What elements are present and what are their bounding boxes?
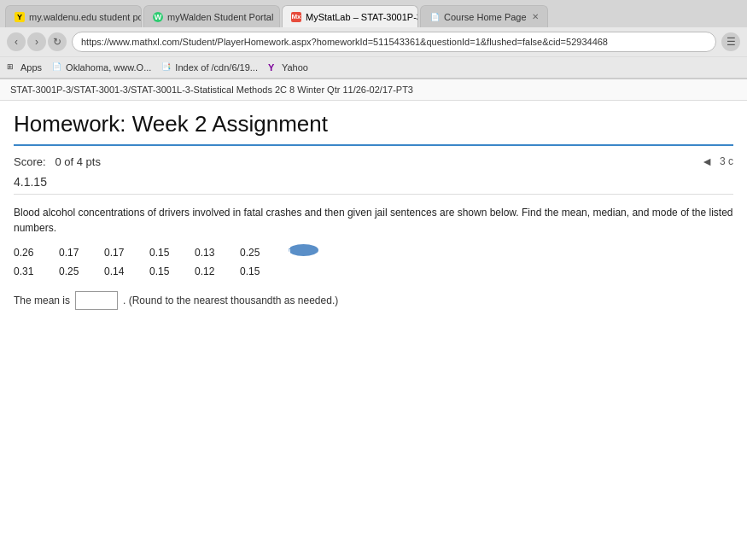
bookmark-cdn[interactable]: 📑 Index of /cdn/6/19... [161,62,258,73]
main-content: Homework: Week 2 Assignment Score: 0 of … [0,101,747,320]
tab-2-label: myWalden Student Portal [167,12,273,22]
list-icon: 📑 [161,62,172,73]
val-1-4: 0.15 [149,244,179,263]
doc-icon-1: 📄 [52,62,62,73]
tab-bar: Y my.waldenu.edu student porta ✕ W myWal… [0,0,747,27]
bookmark-oklahoma[interactable]: 📄 Oklahoma, www.O... [52,62,151,73]
refresh-button[interactable]: ↻ [48,32,67,51]
score-value: 0 of 4 pts [55,155,100,168]
tab-3-label: MyStatLab – STAT-3001P-3/S [306,12,418,22]
answer-row: The mean is . (Round to the nearest thou… [14,291,733,310]
data-table: 0.26 0.17 0.17 0.15 0.13 0.25 i 0.31 0.2… [14,244,733,281]
mean-answer-input[interactable] [75,291,118,310]
val-1-1: 0.26 [14,244,44,263]
bookmark-yahoo-label: Yahoo [282,62,308,73]
back-button[interactable]: ‹ [7,32,26,51]
breadcrumb-text: STAT-3001P-3/STAT-3001-3/STAT-3001L-3-St… [10,85,413,95]
answer-suffix: . (Round to the nearest thousandth as ne… [123,295,338,306]
score-label: Score: [14,155,46,168]
apps-icon: ⊞ [7,62,17,73]
browser-chrome: Y my.waldenu.edu student porta ✕ W myWal… [0,0,747,79]
info-icon[interactable]: i [289,244,318,256]
score-row: Score: 0 of 4 pts ◄ 3 c [14,155,733,168]
menu-button[interactable]: ☰ [721,32,740,51]
bookmark-oklahoma-label: Oklahoma, www.O... [66,62,151,73]
homework-title: Homework: Week 2 Assignment [14,111,733,146]
breadcrumb: STAT-3001P-3/STAT-3001-3/STAT-3001L-3-St… [0,79,747,101]
val-2-4: 0.15 [149,263,179,282]
data-row-2: 0.31 0.25 0.14 0.15 0.12 0.15 [14,263,733,282]
tab-4-close[interactable]: ✕ [532,12,539,21]
score-label-text: Score: 0 of 4 pts [14,155,101,168]
tab-4-label: Course Home Page [444,12,527,22]
page-content: STAT-3001P-3/STAT-3001-3/STAT-3001L-3-St… [0,79,747,560]
tab-1-favicon: Y [15,12,25,22]
tab-3-favicon: Mx [291,12,301,22]
val-2-5: 0.12 [195,263,225,282]
address-bar-row: ‹ › ↻ ☰ [0,27,747,56]
answer-prompt: The mean is [14,295,70,306]
bookmark-apps[interactable]: ⊞ Apps [7,62,42,73]
tab-3[interactable]: Mx MyStatLab – STAT-3001P-3/S ✕ [282,5,418,27]
tab-2-favicon: W [153,12,163,22]
tab-1[interactable]: Y my.waldenu.edu student porta ✕ [5,5,142,27]
page-number: 3 c [720,155,733,167]
bookmarks-bar: ⊞ Apps 📄 Oklahoma, www.O... 📑 Index of /… [0,56,747,79]
tab-4-favicon: 📄 [429,12,440,22]
data-row-1: 0.26 0.17 0.17 0.15 0.13 0.25 i [14,244,733,263]
bookmark-apps-label: Apps [20,62,42,73]
question-text: Blood alcohol concentrations of drivers … [14,205,733,236]
forward-button[interactable]: › [27,32,46,51]
bookmark-yahoo[interactable]: Y Yahoo [268,62,308,73]
val-1-3: 0.17 [104,244,134,263]
val-1-2: 0.17 [59,244,89,263]
tab-2-close[interactable]: ✕ [278,12,280,21]
nav-buttons: ‹ › ↻ [7,32,67,51]
tab-2[interactable]: W myWalden Student Portal ✕ [143,5,280,27]
val-2-3: 0.14 [104,263,134,282]
val-1-5: 0.13 [195,244,225,263]
val-2-2: 0.25 [59,263,89,282]
question-number: 4.1.15 [14,175,733,195]
tab-1-label: my.waldenu.edu student porta [29,12,142,22]
nav-arrow: ◄ 3 c [701,155,733,168]
yahoo-icon: Y [268,62,278,73]
val-2-1: 0.31 [14,263,44,282]
val-2-6: 0.15 [240,263,270,282]
val-1-6: 0.25 [240,244,270,263]
prev-question-button[interactable]: ◄ [701,155,713,168]
address-input[interactable] [72,32,716,52]
bookmark-cdn-label: Index of /cdn/6/19... [175,62,258,73]
tab-4[interactable]: 📄 Course Home Page ✕ [420,5,548,27]
